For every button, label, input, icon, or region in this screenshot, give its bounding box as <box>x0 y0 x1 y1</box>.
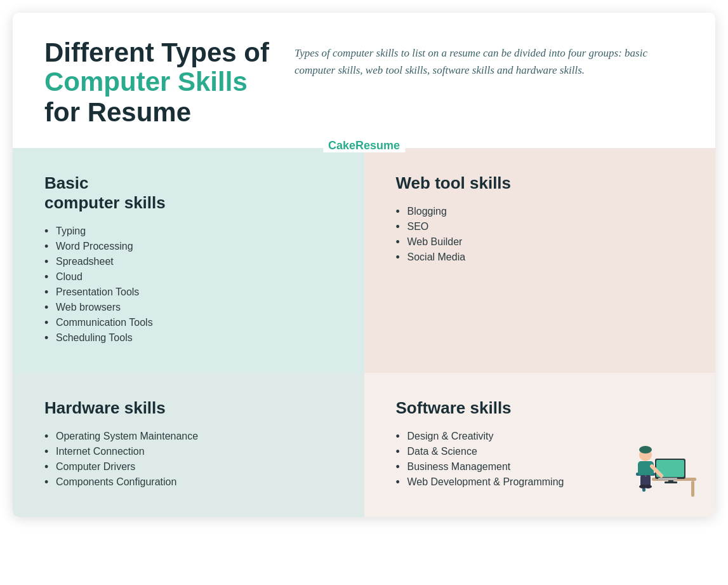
hardware-skills-title: Hardware skills <box>44 398 333 418</box>
web-skills-list: Blogging SEO Web Builder Social Media <box>396 206 684 263</box>
list-item: Blogging <box>396 206 684 217</box>
software-skills-title: Software skills <box>396 398 684 418</box>
title-line1: Different Types of <box>44 38 269 67</box>
hardware-skills-cell: Hardware skills Operating System Mainten… <box>13 373 364 517</box>
svg-point-10 <box>639 446 652 454</box>
basic-skills-title: Basiccomputer skills <box>44 173 333 213</box>
description-block: Types of computer skills to list on a re… <box>295 38 684 79</box>
list-item: Web Builder <box>396 236 684 248</box>
basic-skills-cell: Basiccomputer skills Typing Word Process… <box>13 148 364 373</box>
description-text: Types of computer skills to list on a re… <box>295 44 684 79</box>
title-block: Different Types of Computer Skills for R… <box>44 38 269 129</box>
list-item: SEO <box>396 221 684 232</box>
list-item: Web browsers <box>44 302 333 313</box>
list-item: Cloud <box>44 271 333 283</box>
list-item: Word Processing <box>44 241 333 252</box>
svg-rect-1 <box>691 481 694 497</box>
svg-point-16 <box>644 485 652 488</box>
hardware-skills-list: Operating System Maintenance Internet Co… <box>44 431 333 488</box>
svg-rect-5 <box>665 481 677 483</box>
list-item: Scheduling Tools <box>44 332 333 344</box>
title-line2: Computer Skills <box>44 67 269 97</box>
web-skills-cell: Web tool skills Blogging SEO Web Builder… <box>364 148 716 373</box>
list-item: Communication Tools <box>44 317 333 328</box>
list-item: Operating System Maintenance <box>44 431 333 442</box>
watermark: CakeResume <box>323 139 405 152</box>
page-container: Different Types of Computer Skills for R… <box>13 13 715 517</box>
basic-skills-list: Typing Word Processing Spreadsheet Cloud… <box>44 225 333 344</box>
skills-grid: CakeResume Basiccomputer skills Typing W… <box>13 148 715 518</box>
list-item: Internet Connection <box>44 446 333 457</box>
list-item: Computer Drivers <box>44 461 333 473</box>
web-skills-title: Web tool skills <box>396 173 684 193</box>
header: Different Types of Computer Skills for R… <box>13 13 715 148</box>
list-item: Presentation Tools <box>44 286 333 298</box>
software-skills-cell: Software skills Design & Creativity Data… <box>364 373 716 517</box>
title-line3: for Resume <box>44 97 269 128</box>
list-item: Typing <box>44 225 333 237</box>
person-illustration <box>620 422 703 504</box>
svg-rect-6 <box>658 478 677 480</box>
list-item: Spreadsheet <box>44 256 333 267</box>
list-item: Social Media <box>396 252 684 263</box>
list-item: Components Configuration <box>44 476 333 488</box>
